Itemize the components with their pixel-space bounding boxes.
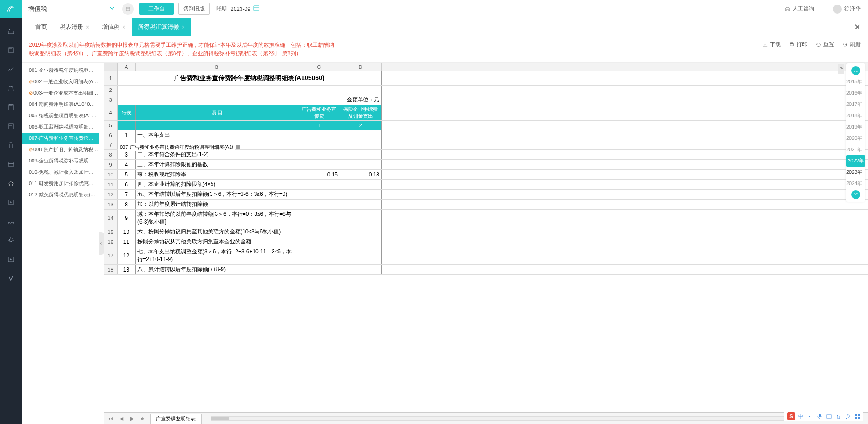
calendar-icon[interactable] xyxy=(253,5,259,13)
period-value: 2023-09 xyxy=(231,6,250,12)
avatar-icon xyxy=(833,5,842,14)
svg-rect-2 xyxy=(254,6,259,11)
workbench-button[interactable]: 工作台 xyxy=(139,3,174,15)
tab-item[interactable]: 税表清册× xyxy=(53,18,95,19)
help-link[interactable]: 人工咨询 xyxy=(784,5,814,13)
user-menu[interactable]: 徐泽华 xyxy=(827,5,861,14)
tab-item[interactable]: 增值税× xyxy=(95,18,132,19)
top-header: 增值税 工作台 切到旧版 账期 2023-09 人工咨询 徐泽华 xyxy=(0,0,868,18)
tab-item[interactable]: 所得税汇算清缴× xyxy=(132,18,191,19)
title-dropdown[interactable] xyxy=(109,5,115,12)
divider xyxy=(820,5,820,13)
switch-old-button[interactable]: 切到旧版 xyxy=(178,3,210,15)
period-label: 账期 xyxy=(216,5,227,13)
round-menu-button[interactable] xyxy=(122,3,134,15)
tab-item[interactable]: 首页 xyxy=(29,18,53,19)
headset-icon xyxy=(784,6,791,12)
app-logo[interactable] xyxy=(0,0,22,18)
page-title: 增值税 xyxy=(28,5,55,13)
top-right: 人工咨询 徐泽华 xyxy=(777,5,861,14)
svg-rect-0 xyxy=(126,7,130,11)
